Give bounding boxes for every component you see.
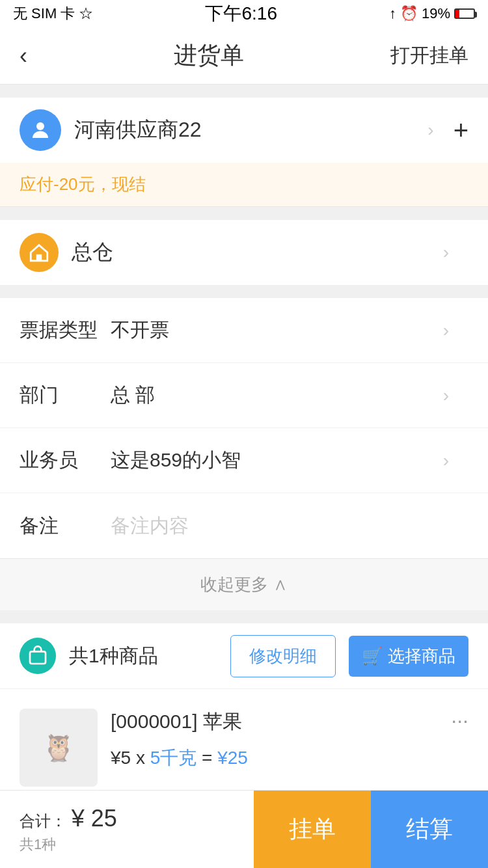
top-divider — [0, 85, 488, 98]
battery-icon — [454, 8, 475, 19]
battery-text: 19% — [422, 5, 450, 22]
warehouse-icon — [20, 233, 59, 272]
salesman-chevron-icon: › — [443, 450, 449, 471]
home-icon — [28, 241, 50, 264]
person-icon — [29, 118, 52, 142]
product-name: [0000001] 苹果 — [111, 709, 438, 735]
invoice-value: 不开票 — [104, 317, 443, 344]
collapse-row[interactable]: 收起更多 ∧ — [0, 558, 488, 610]
warehouse-name: 总仓 — [72, 238, 443, 267]
product-thumbnail: 🦉 — [20, 709, 98, 787]
invoice-label: 票据类型 — [20, 317, 104, 344]
department-chevron-icon: › — [443, 385, 449, 406]
product-section-icon — [20, 638, 56, 674]
department-value: 总 部 — [104, 382, 443, 409]
remark-input[interactable]: 备注内容 — [104, 513, 468, 539]
svg-rect-2 — [30, 651, 46, 664]
warehouse-chevron-icon: › — [443, 242, 449, 263]
page-title: 进货单 — [174, 40, 244, 72]
quantity-value: 5千克 — [150, 748, 197, 768]
svg-rect-1 — [36, 254, 42, 261]
cart-icon: 🛒 — [362, 646, 383, 666]
total-count: 共1种 — [20, 835, 234, 854]
nav-bar: ‹ 进货单 打开挂单 — [0, 27, 488, 85]
checkout-button[interactable]: 结算 — [371, 791, 488, 869]
department-row[interactable]: 部门 总 部 › — [0, 363, 488, 428]
supplier-name: 河南供应商22 — [74, 116, 427, 144]
warehouse-row[interactable]: 总仓 › — [0, 220, 488, 285]
product-info: [0000001] 苹果 ¥5 x 5千克 = ¥25 — [111, 709, 438, 770]
product-count: 共1种商品 — [69, 643, 217, 670]
product-more-button[interactable]: ··· — [451, 709, 468, 733]
status-bar: 无 SIM 卡 ☆ 下午6:16 ↑ ⏰ 19% — [0, 0, 488, 27]
supplier-row[interactable]: 河南供应商22 › + — [0, 98, 488, 163]
back-button[interactable]: ‹ — [20, 42, 27, 70]
supplier-chevron-icon: › — [427, 120, 433, 141]
total-amount: ¥ 25 — [72, 805, 117, 832]
alarm-icon: ⏰ — [400, 5, 418, 22]
salesman-value: 这是859的小智 — [104, 447, 443, 474]
open-hang-button[interactable]: 打开挂单 — [390, 42, 468, 69]
total-label: 合计： — [20, 812, 66, 830]
total-amount-row: 合计： ¥ 25 — [20, 805, 234, 832]
salesman-row[interactable]: 业务员 这是859的小智 › — [0, 428, 488, 493]
owl-logo-icon: 🦉 — [42, 733, 75, 763]
add-supplier-button[interactable]: + — [454, 116, 468, 145]
price-value: ¥5 — [111, 748, 131, 768]
status-right: ↑ ⏰ 19% — [389, 5, 475, 22]
svg-point-0 — [36, 122, 44, 130]
select-product-button[interactable]: 🛒 选择商品 — [349, 636, 468, 677]
remark-row[interactable]: 备注 备注内容 — [0, 493, 488, 558]
total-value: ¥25 — [217, 748, 248, 768]
hang-button[interactable]: 挂单 — [254, 791, 371, 869]
location-icon: ↑ — [389, 5, 396, 22]
bottom-bar: 合计： ¥ 25 共1种 挂单 结算 — [0, 790, 488, 868]
select-product-label: 选择商品 — [388, 645, 455, 668]
equals-sign: = — [202, 748, 217, 768]
total-section: 合计： ¥ 25 共1种 — [0, 805, 254, 854]
price-separator: x — [136, 748, 150, 768]
invoice-row[interactable]: 票据类型 不开票 › — [0, 298, 488, 363]
remark-label: 备注 — [20, 513, 104, 539]
modify-detail-button[interactable]: 修改明细 — [230, 635, 336, 677]
supplier-avatar — [20, 109, 61, 151]
notice-text: 应付-20元，现结 — [20, 174, 146, 194]
status-time: 下午6:16 — [205, 1, 277, 26]
product-price: ¥5 x 5千克 = ¥25 — [111, 746, 438, 770]
product-header: 共1种商品 修改明细 🛒 选择商品 — [0, 623, 488, 688]
notice-bar: 应付-20元，现结 — [0, 163, 488, 207]
sim-wifi-text: 无 SIM 卡 ☆ — [13, 4, 93, 23]
status-left: 无 SIM 卡 ☆ — [13, 4, 93, 23]
department-label: 部门 — [20, 382, 104, 409]
invoice-chevron-icon: › — [443, 320, 449, 341]
collapse-text: 收起更多 ∧ — [200, 573, 287, 596]
shopping-bag-icon — [27, 645, 48, 666]
salesman-label: 业务员 — [20, 447, 104, 474]
product-item: 🦉 [0000001] 苹果 ¥5 x 5千克 = ¥25 ··· — [0, 688, 488, 806]
form-section: 票据类型 不开票 › 部门 总 部 › 业务员 这是859的小智 › 备注 备注… — [0, 298, 488, 558]
